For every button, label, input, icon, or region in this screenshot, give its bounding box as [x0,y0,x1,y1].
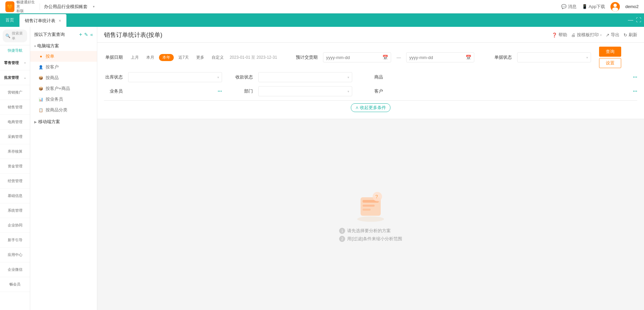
date-btn-thisyear[interactable]: 本年 [159,54,174,61]
tree-item-by-customer-goods[interactable]: 📦 按客户+商品 [30,83,97,94]
tree-item-by-goods[interactable]: 📦 按商品 [30,72,97,83]
tab-bar-actions: — ⛶ [628,17,644,23]
receipt-status-dropdown[interactable]: ▾ [258,72,352,82]
sidebar-item-newuser[interactable]: 新手引导 [0,233,30,248]
message-icon: 💬 [561,4,567,9]
sidebar-item-finance[interactable]: 资金管理 [0,159,30,174]
dept-dropdown[interactable]: ▾ [258,86,352,96]
sidebar-item-purchase[interactable]: 采购管理 [0,130,30,144]
staff-label: 业务员 [104,88,123,94]
date-btn-more[interactable]: 更多 [194,54,207,61]
sidebar-item-wholesale[interactable]: 批发管理 ▴ [0,70,30,85]
svg-point-1 [612,7,618,11]
sidebar-item-marketing[interactable]: 营销推广 [0,85,30,100]
staff-more-button[interactable]: ··· [218,88,222,94]
customer-icon: 👤 [38,64,44,70]
date-btn-thismonth[interactable]: 本月 [144,54,157,61]
date-btn-lastmonth[interactable]: 上月 [128,54,142,61]
left-panel: 按以下方案查询 + ✎ « ▾ 电脑端方案 ● 按单 👤 按客 [30,27,97,310]
goods-icon: 📦 [38,75,44,81]
sidebar-item-appcenter[interactable]: 应用中心 [0,248,30,262]
date-btn-last7days[interactable]: 近7天 [176,54,192,61]
filter-area: 单据日期 上月 本月 本年 近7天 更多 自定义 2023-01-01 至 20… [97,43,644,119]
sidebar-item-enterprise[interactable]: 企业协同 [0,218,30,233]
out-status-dropdown-icon: ▾ [217,75,219,79]
chevron-down-icon: ▾ [24,61,26,65]
tree-section-pc: ▾ 电脑端方案 ● 按单 👤 按客户 📦 按商品 📦 按客户+商品 [30,41,97,115]
sidebar-item-member[interactable]: 畅会员 [0,277,30,292]
tree-section-pc-header[interactable]: ▾ 电脑端方案 [30,41,97,51]
sidebar-item-basic-info[interactable]: 基础信息 [0,189,30,203]
empty-tip-1: 1 请先选择要分析的方案 [339,228,402,234]
out-status-label: 出库状态 [104,74,123,80]
sidebar-item-quick-nav[interactable]: 快捷导航 [0,45,30,56]
left-panel-actions: + ✎ « [79,32,93,38]
customer-more-button[interactable]: ··· [633,88,637,94]
goods-label: 商品 [364,74,383,80]
sidebar-item-system[interactable]: 系统管理 [0,203,30,218]
status-dropdown-icon: ▾ [586,56,588,59]
settings-button[interactable]: 设置 [599,58,621,68]
sidebar-item-inventory[interactable]: 库存核算 [0,144,30,159]
app-download-button[interactable]: 📱 App下载 [582,4,605,10]
workspace-dropdown-icon[interactable]: ▾ [93,5,95,8]
sidebar-item-wechat[interactable]: 企业微信 [0,262,30,277]
expected-date-end[interactable]: 📅 [406,52,474,62]
collapse-panel-button[interactable]: « [90,32,93,37]
date-label: 单据日期 [104,54,123,60]
status-dropdown[interactable]: ▾ [517,52,591,62]
export-icon: ↗ [606,33,609,38]
tree-item-by-order[interactable]: ● 按单 [30,51,97,62]
page-title-row: 销售订单统计表(按单) ❓ 帮助 🖨 按模板打印 ▾ ↗ [104,31,637,42]
message-button[interactable]: 💬 消息 [561,4,577,10]
content-area: 按以下方案查询 + ✎ « ▾ 电脑端方案 ● 按单 👤 按客 [30,27,644,310]
add-scheme-button[interactable]: + [79,32,82,38]
avatar[interactable] [610,2,620,11]
status-label: 单据状态 [493,54,512,60]
receipt-status-dropdown-icon: ▾ [347,75,349,79]
date-range-text: 2023-01-01 至 2023-12-31 [230,55,277,60]
page-title: 销售订单统计表(按单) [104,31,162,39]
right-content: 销售订单统计表(按单) ❓ 帮助 🖨 按模板打印 ▾ ↗ [97,27,644,310]
sidebar-item-ecommerce[interactable]: 电商管理 [0,115,30,130]
collapse-conditions-button[interactable]: ∧ 收起更多条件 [351,103,391,112]
date-quick-group: 上月 本月 本年 近7天 更多 自定义 2023-01-01 至 2023-12… [128,54,277,61]
tree-item-by-category[interactable]: 📋 按商品分类 [30,105,97,115]
tab-maximize-icon[interactable]: ⛶ [636,17,641,23]
expected-date-start[interactable]: 📅 [323,52,391,62]
tab-close-icon[interactable]: × [59,18,61,23]
tree-item-by-customer[interactable]: 👤 按客户 [30,62,97,72]
tab-minimize-icon[interactable]: — [628,17,633,23]
search-input[interactable]: 🔍 搜索菜单 [3,30,27,42]
svg-point-0 [613,4,617,7]
sidebar-item-operations[interactable]: 经营管理 [0,174,30,189]
empty-illustration: ? [351,187,391,225]
help-button[interactable]: ❓ 帮助 [552,32,567,38]
tree-section-mobile-header[interactable]: ▶ 移动端方案 [30,117,97,127]
date-btn-custom[interactable]: 自定义 [209,54,226,61]
left-panel-header: 按以下方案查询 + ✎ « [30,30,97,40]
goods-more-button[interactable]: ··· [633,74,637,80]
tab-home[interactable]: 首页 [0,13,19,27]
empty-state: ? 1 请先选择要分析的方案 2 用[过滤]条件来缩小分析范围 [97,119,644,310]
workspace-title: 办公用品行业模拟账套 [44,4,88,10]
print-dropdown-icon: ▾ [600,33,602,37]
sidebar-item-sales[interactable]: 销售管理 [0,100,30,115]
user-name[interactable]: demo2 [625,4,639,9]
sidebar-item-retail[interactable]: 零售管理 ▾ [0,56,30,70]
print-button[interactable]: 🖨 按模板打印 ▾ [571,32,602,38]
logo-text: 畅捷通好生意 标版 [16,0,36,13]
page-header: 销售订单统计表(按单) ❓ 帮助 🖨 按模板打印 ▾ ↗ [97,27,644,43]
staff-icon: 📊 [38,97,44,102]
filter-row-1: 单据日期 上月 本月 本年 近7天 更多 自定义 2023-01-01 至 20… [104,47,637,68]
tab-sales-stats[interactable]: 销售订单统计表 × [19,14,66,28]
tree-item-by-staff[interactable]: 📊 按业务员 [30,94,97,105]
export-button[interactable]: ↗ 导出 [606,32,620,38]
refresh-button[interactable]: ↻ 刷新 [624,32,637,38]
sidebar-search-area[interactable]: 🔍 搜索菜单 [0,27,30,45]
edit-scheme-button[interactable]: ✎ [84,32,88,37]
empty-tips: 1 请先选择要分析的方案 2 用[过滤]条件来缩小分析范围 [339,228,402,242]
out-status-dropdown[interactable]: ▾ [128,72,222,82]
query-button[interactable]: 查询 [599,47,621,57]
svg-rect-5 [363,205,375,207]
